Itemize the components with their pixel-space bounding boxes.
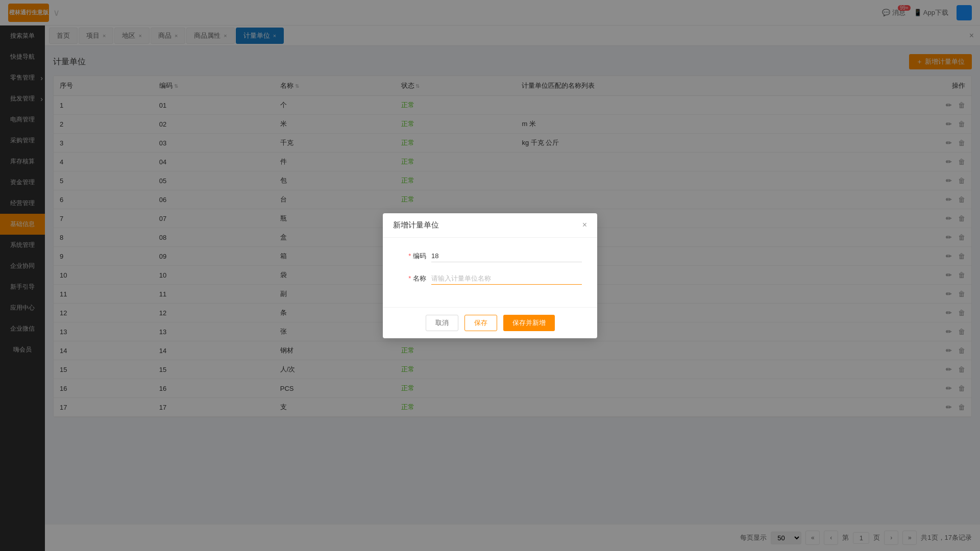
modal-header: 新增计量单位 × (383, 213, 597, 238)
form-input-name[interactable] (431, 272, 582, 285)
form-input-code[interactable] (431, 250, 582, 262)
save-and-new-button[interactable]: 保存并新增 (503, 315, 555, 331)
modal-body: 编码 名称 (383, 238, 597, 307)
save-button[interactable]: 保存 (464, 315, 497, 331)
form-item-code: 编码 (398, 250, 582, 262)
modal-overlay: 新增计量单位 × 编码 名称 取消 保存 保存并新增 (0, 0, 980, 551)
modal-title: 新增计量单位 (393, 220, 439, 230)
form-label-code: 编码 (398, 252, 426, 261)
cancel-button[interactable]: 取消 (426, 315, 458, 331)
form-label-name: 名称 (398, 274, 426, 283)
modal-close-button[interactable]: × (582, 221, 587, 229)
form-item-name: 名称 (398, 272, 582, 285)
modal-footer: 取消 保存 保存并新增 (383, 307, 597, 338)
add-measure-unit-modal: 新增计量单位 × 编码 名称 取消 保存 保存并新增 (383, 213, 597, 338)
